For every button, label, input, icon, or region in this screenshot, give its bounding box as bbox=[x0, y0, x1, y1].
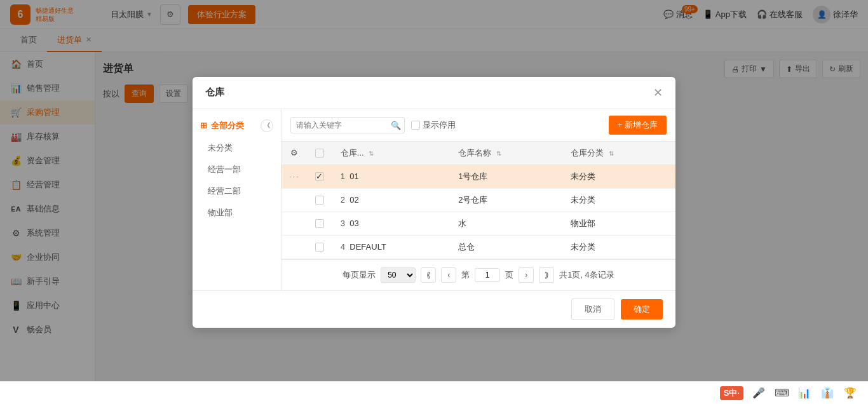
modal-pagination: 每页显示 50 100 ⟪ ‹ 第 页 › ⟫ 共1页, 4条记录 bbox=[281, 259, 675, 290]
page-first-button[interactable]: ⟪ bbox=[421, 267, 436, 283]
table-row[interactable]: ··· ✓ 1 01 1号仓库 未分类 bbox=[281, 165, 675, 188]
row-checkbox[interactable] bbox=[315, 219, 324, 228]
chart-icon[interactable]: 📊 bbox=[797, 386, 812, 401]
row-checkbox-cell[interactable] bbox=[308, 188, 333, 212]
trophy-icon[interactable]: 🏆 bbox=[843, 386, 858, 401]
row-action-dots[interactable] bbox=[281, 212, 308, 235]
table-header-check[interactable] bbox=[308, 142, 333, 165]
keyboard-icon[interactable]: ⌨ bbox=[774, 386, 789, 401]
page-prev-button[interactable]: ‹ bbox=[441, 267, 456, 283]
brand-icon: S中· bbox=[720, 386, 743, 400]
row-code: 4 DEFAULT bbox=[333, 235, 451, 259]
table-row[interactable]: 4 DEFAULT 总仓 未分类 bbox=[281, 235, 675, 259]
row-name: 1号仓库 bbox=[451, 165, 563, 188]
table-row[interactable]: 2 02 2号仓库 未分类 bbox=[281, 188, 675, 212]
row-code: 2 02 bbox=[333, 188, 451, 212]
row-action-dots[interactable] bbox=[281, 188, 308, 212]
row-code: 1 01 bbox=[333, 165, 451, 188]
name-sort-icon: ⇅ bbox=[496, 150, 501, 157]
modal-category-sidebar: ⊞ 全部分类 《 未分类 经营一部 经营二部 物业部 bbox=[193, 109, 281, 290]
modal-header: 仓库 ✕ bbox=[193, 77, 675, 109]
table-header-row: ⚙ 仓库... ⇅ 仓库名称 ⇅ bbox=[281, 142, 675, 165]
cancel-button[interactable]: 取消 bbox=[571, 299, 614, 320]
confirm-button[interactable]: 确定 bbox=[621, 299, 663, 320]
collapse-button[interactable]: 《 bbox=[261, 119, 273, 132]
modal-toolbar: 🔍 显示停用 + 新增仓库 bbox=[281, 109, 675, 142]
modal-title: 仓库 bbox=[205, 86, 224, 98]
modal-all-category[interactable]: ⊞ 全部分类 《 bbox=[193, 114, 281, 137]
row-checkbox[interactable] bbox=[315, 243, 324, 252]
category-sort-icon: ⇅ bbox=[609, 150, 614, 157]
search-input[interactable] bbox=[290, 117, 405, 133]
modal-close-button[interactable]: ✕ bbox=[653, 86, 663, 100]
row-checkbox-cell[interactable]: ✓ bbox=[308, 165, 333, 188]
modal-category-uncategorized[interactable]: 未分类 bbox=[193, 137, 281, 159]
row-checkbox[interactable]: ✓ bbox=[315, 172, 324, 181]
header-checkbox[interactable] bbox=[315, 149, 324, 158]
bottom-bar: S中· 🎤 ⌨ 📊 👔 🏆 bbox=[0, 381, 868, 404]
row-name: 2号仓库 bbox=[451, 188, 563, 212]
row-action-dots[interactable] bbox=[281, 235, 308, 259]
page-number-input[interactable] bbox=[475, 268, 500, 282]
table-header-name[interactable]: 仓库名称 ⇅ bbox=[451, 142, 563, 165]
table-row[interactable]: 3 03 水 物业部 bbox=[281, 212, 675, 235]
table-header-code[interactable]: 仓库... ⇅ bbox=[333, 142, 451, 165]
search-icon[interactable]: 🔍 bbox=[391, 120, 401, 130]
shirt-icon[interactable]: 👔 bbox=[820, 386, 835, 401]
row-category: 未分类 bbox=[563, 188, 675, 212]
grid-icon: ⊞ bbox=[200, 121, 207, 130]
row-name: 总仓 bbox=[451, 235, 563, 259]
modal-table-wrap: ⚙ 仓库... ⇅ 仓库名称 ⇅ bbox=[281, 142, 675, 259]
warehouse-table: ⚙ 仓库... ⇅ 仓库名称 ⇅ bbox=[281, 142, 675, 259]
show-disabled-checkbox[interactable] bbox=[411, 121, 420, 130]
add-warehouse-button[interactable]: + 新增仓库 bbox=[609, 116, 667, 135]
modal-body: ⊞ 全部分类 《 未分类 经营一部 经营二部 物业部 🔍 bbox=[193, 109, 675, 290]
search-wrap: 🔍 bbox=[290, 117, 405, 133]
modal-main-content: 🔍 显示停用 + 新增仓库 ⚙ bbox=[281, 109, 675, 290]
row-checkbox[interactable] bbox=[315, 196, 324, 205]
code-sort-icon: ⇅ bbox=[369, 150, 374, 157]
row-checkbox-cell[interactable] bbox=[308, 235, 333, 259]
modal-category-property[interactable]: 物业部 bbox=[193, 202, 281, 224]
row-name: 水 bbox=[451, 212, 563, 235]
modal-category-ops1[interactable]: 经营一部 bbox=[193, 159, 281, 180]
page-last-button[interactable]: ⟫ bbox=[539, 267, 554, 283]
page-next-button[interactable]: › bbox=[519, 267, 534, 283]
row-category: 未分类 bbox=[563, 165, 675, 188]
mic-icon[interactable]: 🎤 bbox=[751, 386, 766, 401]
modal-category-ops2[interactable]: 经营二部 bbox=[193, 180, 281, 202]
row-category: 未分类 bbox=[563, 235, 675, 259]
modal-footer: 取消 确定 bbox=[193, 290, 675, 328]
table-header-category[interactable]: 仓库分类 ⇅ bbox=[563, 142, 675, 165]
row-code: 3 03 bbox=[333, 212, 451, 235]
table-header-gear[interactable]: ⚙ bbox=[281, 142, 308, 165]
row-action-dots[interactable]: ··· bbox=[281, 165, 308, 188]
page-size-select[interactable]: 50 100 bbox=[381, 267, 416, 283]
row-category: 物业部 bbox=[563, 212, 675, 235]
modal-overlay: 仓库 ✕ ⊞ 全部分类 《 未分类 经营一部 经营二部 物业部 bbox=[0, 0, 868, 404]
show-disabled-checkbox-label[interactable]: 显示停用 bbox=[411, 119, 456, 131]
row-checkbox-cell[interactable] bbox=[308, 212, 333, 235]
warehouse-modal: 仓库 ✕ ⊞ 全部分类 《 未分类 经营一部 经营二部 物业部 bbox=[193, 77, 675, 328]
